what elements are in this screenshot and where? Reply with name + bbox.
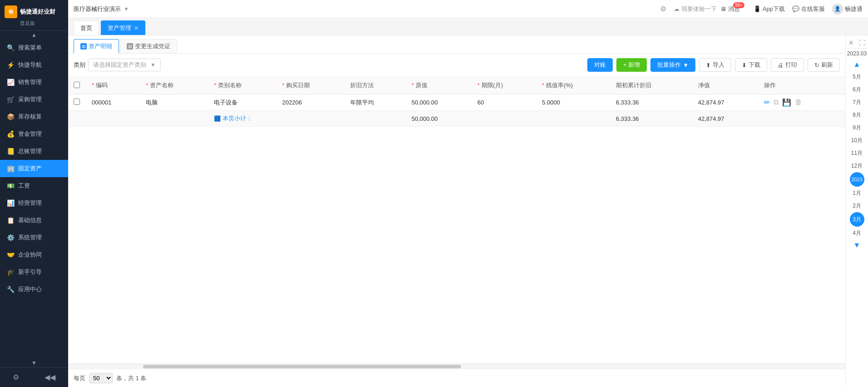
import-button[interactable]: ⬆ 导入 (699, 58, 731, 72)
subtab-voucher[interactable]: ▤ 变更生成凭证 (120, 39, 177, 53)
copy-button[interactable]: ⧉ (774, 98, 779, 107)
horizontal-scrollbar[interactable] (68, 363, 845, 369)
pagination: 每页 50 100 条，共 1 条 (68, 369, 845, 387)
cell-accumulated-depreciation: 6,333.36 (610, 94, 693, 111)
sidebar-scroll-down[interactable]: ▼ (0, 359, 68, 367)
message-button[interactable]: 🖥 消息 99+ (720, 5, 740, 13)
col-net-value: 净值 (693, 77, 759, 94)
sidebar-item-purchase[interactable]: 🛒 采购管理 (0, 91, 68, 108)
sidebar-item-fixed-assets[interactable]: 🏢 固定资产 (0, 160, 68, 177)
cell-net-value: 42,874.97 (693, 94, 759, 111)
print-button[interactable]: 🖨 打印 (771, 58, 804, 72)
gear-icon[interactable]: ⚙ (660, 5, 666, 13)
sidebar-item-sales[interactable]: 📈 销售管理 (0, 74, 68, 91)
month-12[interactable]: 12月 (848, 159, 866, 172)
tab-close-icon[interactable]: ✕ (134, 25, 139, 31)
sidebar-item-basics[interactable]: 📋 基础信息 (0, 212, 68, 229)
month-3-active[interactable]: 3月 (850, 212, 864, 227)
hscroll-thumb[interactable] (143, 365, 461, 368)
sidebar-item-quicknav[interactable]: ⚡ 快捷导航 (0, 56, 68, 74)
sidebar-item-ledger[interactable]: 📒 总账管理 (0, 143, 68, 160)
table-row: 000001 电脑 电子设备 202206 年限平均 50,000.00 60 … (68, 94, 845, 111)
new-button[interactable]: + 新增 (616, 58, 647, 72)
user-menu[interactable]: 👤 畅捷通 (832, 4, 863, 15)
refresh-button[interactable]: ↻ 刷新 (808, 58, 840, 72)
sidebar-item-finance[interactable]: 💰 资金管理 (0, 125, 68, 143)
tab-asset-management[interactable]: 资产管理 ✕ (101, 20, 145, 35)
tab-home[interactable]: 首页 (74, 20, 99, 35)
refresh-label: 刷新 (821, 61, 833, 69)
delete-button[interactable]: 🗑 (795, 98, 802, 107)
app-title: 畅捷通好业财 (20, 8, 55, 16)
month-11[interactable]: 11月 (848, 147, 866, 159)
col-action: 操作 (759, 77, 845, 94)
subtotal-row: 🟦 本页小计： 50,000.00 6,333.36 42,874.97 (68, 111, 845, 127)
collapse-icon[interactable]: ◀◀ (41, 371, 59, 383)
col-purchase-date: 购买日期 (277, 77, 345, 94)
subtabs: ▤ 资产明细 ▤ 变更生成凭证 (68, 35, 845, 54)
collab-icon: 🤝 (6, 251, 15, 259)
month-4[interactable]: 4月 (848, 227, 866, 239)
per-page-select[interactable]: 50 100 (89, 373, 113, 383)
category-filter-placeholder: 请选择固定资产类别 (93, 61, 146, 69)
edit-button[interactable]: ✏ (764, 98, 770, 107)
sidebar-item-search[interactable]: 🔍 搜索菜单 (0, 39, 68, 56)
months-scroll-down[interactable]: ▼ (852, 239, 863, 251)
cell-actions: ✏ ⧉ 💾 🗑 (759, 94, 845, 111)
month-7[interactable]: 7月 (848, 96, 866, 109)
company-selector[interactable]: 医疗器械行业演示 ▼ (74, 5, 656, 13)
cell-name: 电脑 (140, 94, 208, 111)
settings-icon[interactable]: ⚙ (9, 371, 23, 383)
select-all-checkbox[interactable] (74, 82, 80, 88)
row-action-buttons: ✏ ⧉ 💾 🗑 (764, 98, 840, 107)
online-service-button[interactable]: 💬 在线客服 (792, 5, 825, 13)
month-10[interactable]: 10月 (848, 134, 866, 147)
month-8[interactable]: 8月 (848, 109, 866, 121)
sidebar-item-label: 系统管理 (18, 233, 42, 242)
sidebar-item-payroll[interactable]: 💵 工资 (0, 177, 68, 194)
sidebar-item-guide[interactable]: 🎓 新手引导 (0, 263, 68, 281)
sidebar-item-system[interactable]: ⚙️ 系统管理 (0, 229, 68, 246)
sidebar-item-label: 企业协同 (18, 251, 42, 259)
month-6[interactable]: 6月 (848, 83, 866, 96)
main-area: 医疗器械行业演示 ▼ ⚙ ☁ 我要体验一下 🖥 消息 99+ 📱 App下载 💬… (68, 0, 868, 387)
month-9[interactable]: 9月 (848, 121, 866, 134)
sidebar-item-label: 基础信息 (18, 216, 42, 224)
topbar-right: 🖥 消息 99+ 📱 App下载 💬 在线客服 👤 畅捷通 (720, 4, 863, 15)
per-page-label: 每页 (74, 374, 85, 382)
download-button[interactable]: ⬇ 下载 (735, 58, 767, 72)
right-panel-expand-icon[interactable]: ⛶ (859, 39, 865, 46)
month-1[interactable]: 1月 (848, 187, 866, 199)
batch-button[interactable]: 批量操作 ▼ (650, 58, 695, 72)
months-scroll-up[interactable]: ▲ (852, 59, 863, 70)
cell-original-value: 50,000.00 (406, 94, 472, 111)
system-icon: ⚙️ (6, 233, 15, 242)
message-badge: 99+ (733, 2, 744, 8)
sidebar-item-label: 库存核算 (18, 113, 42, 121)
month-2[interactable]: 2月 (848, 199, 866, 212)
save-as-button[interactable]: 💾 (782, 98, 791, 107)
sidebar-scroll-up[interactable]: ▲ (0, 31, 68, 39)
sidebar-item-label: 应用中心 (18, 285, 42, 293)
table-header-row: 编码 资产名称 类别名称 购买日期 折旧方法 原值 期限(月) 残值率(%) 期… (68, 77, 845, 94)
cell-category: 电子设备 (208, 94, 277, 111)
feedback-link[interactable]: ☁ 我要体验一下 (674, 5, 717, 13)
batch-dropdown-arrow: ▼ (683, 62, 689, 69)
row-checkbox[interactable] (74, 99, 80, 105)
sidebar-item-label: 资金管理 (18, 130, 42, 138)
sales-icon: 📈 (6, 78, 15, 86)
sidebar-item-appcenter[interactable]: 🔧 应用中心 (0, 281, 68, 298)
sidebar-item-management[interactable]: 📊 经营管理 (0, 194, 68, 212)
subtab-asset-detail[interactable]: ▤ 资产明细 (74, 39, 119, 54)
app-download-button[interactable]: 📱 App下载 (754, 5, 785, 13)
sidebar-item-label: 新手引导 (18, 268, 42, 276)
download-icon: ⬇ (742, 62, 747, 69)
right-panel-close-icon[interactable]: ✕ (848, 39, 854, 46)
reconcile-button[interactable]: 对账 (587, 58, 613, 72)
total-count: 条，共 1 条 (116, 374, 146, 382)
right-panel-controls: ✕ ⛶ (846, 37, 868, 49)
sidebar-item-collab[interactable]: 🤝 企业协同 (0, 246, 68, 263)
month-5[interactable]: 5月 (848, 70, 866, 83)
category-filter-select[interactable]: 请选择固定资产类别 ▼ (88, 59, 161, 71)
sidebar-item-inventory[interactable]: 📦 库存核算 (0, 108, 68, 125)
